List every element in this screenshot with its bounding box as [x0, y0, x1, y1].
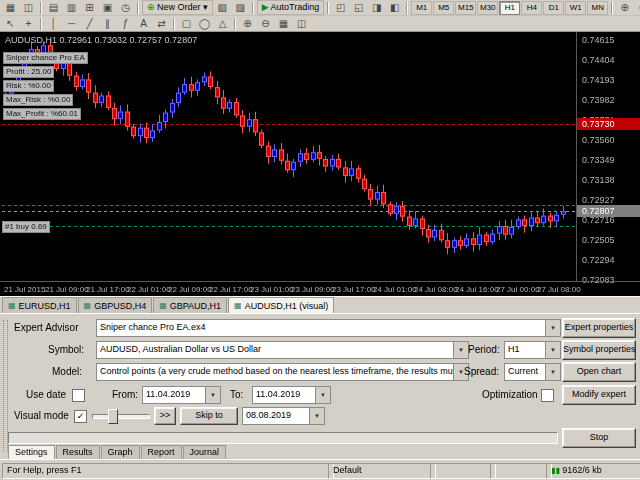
cursor-icon[interactable]: ↖	[2, 17, 19, 31]
strategy-tester-panel: Expert Advisor Sniper chance Pro EA.ex4 …	[0, 313, 640, 460]
bar-chart-icon[interactable]: ◰	[332, 1, 349, 15]
timeframe-h1-button[interactable]: H1	[499, 1, 520, 15]
timeframe-h4-button[interactable]: H4	[521, 1, 542, 15]
symbol-properties-button[interactable]: Symbol properties	[562, 340, 636, 360]
chart-tab-gbpusd[interactable]: ▦ GBPUSD,H4	[78, 297, 153, 313]
tab-results[interactable]: Results	[56, 445, 100, 460]
timeframe-m1-button[interactable]: M1	[411, 1, 432, 15]
chevron-down-icon[interactable]: ▼	[315, 387, 330, 403]
trade-order-label: #1 buy 0.69	[2, 221, 50, 233]
to-date-select[interactable]: 11.04.2019 ▼	[252, 386, 331, 404]
timeframe-w1-button[interactable]: W1	[565, 1, 586, 15]
from-date-select[interactable]: 11.04.2019 ▼	[142, 386, 221, 404]
terminal-icon[interactable]: ▣	[99, 1, 116, 15]
chevron-down-icon[interactable]: ▼	[205, 387, 220, 403]
indicators-icon[interactable]: ▧	[214, 1, 231, 15]
toolbar-separator	[40, 2, 42, 14]
zoom-in-icon[interactable]: ⊕	[239, 17, 256, 31]
chevron-down-icon[interactable]: ▼	[545, 320, 560, 336]
zoom-out-icon[interactable]: ⊖	[257, 17, 274, 31]
chevron-down-icon[interactable]: ▼	[453, 342, 468, 358]
stop-button[interactable]: Stop	[562, 428, 636, 448]
visual-speed-slider-thumb[interactable]	[108, 409, 118, 424]
period-label: Period:	[468, 341, 500, 358]
triangle-icon[interactable]: △	[214, 17, 231, 31]
chart-shift-icon[interactable]: ◧	[386, 1, 403, 15]
timeframe-m30-button[interactable]: M30	[477, 1, 498, 15]
modify-expert-button[interactable]: Modify expert	[562, 385, 636, 405]
chart-tab-label: AUDUSD,H1 (visual)	[245, 299, 329, 313]
period-value: H1	[508, 344, 520, 354]
use-date-checkbox[interactable]	[72, 389, 85, 402]
strategy-tester-icon[interactable]: ◷	[117, 1, 134, 15]
text-label-icon[interactable]: A	[135, 17, 152, 31]
chart-tab-bar: ▦ EURUSD,H1 ▦ GBPUSD,H4 ▦ GBPAUD,H1 ▦ AU…	[0, 296, 640, 313]
arrows-icon[interactable]: ⇄	[153, 17, 170, 31]
horizontal-line-icon[interactable]: ─	[63, 17, 80, 31]
open-chart-button[interactable]: Open chart	[562, 362, 636, 382]
crosshair-icon[interactable]: +	[20, 17, 37, 31]
chart-area[interactable]: AUDUSD,H1 0.72961 0.73032 0.72757 0.7280…	[0, 32, 640, 296]
tab-report[interactable]: Report	[141, 445, 182, 460]
candle-chart-icon[interactable]: ◱	[350, 1, 367, 15]
zoom-out-icon[interactable]: ⊖	[634, 1, 640, 15]
objects-icon[interactable]: ▨	[232, 1, 249, 15]
zoom-in-icon[interactable]: ⊕	[616, 1, 633, 15]
market-watch-icon[interactable]: ▤	[45, 1, 62, 15]
status-profile[interactable]: Default	[328, 463, 436, 479]
chevron-down-icon[interactable]: ▼	[545, 364, 560, 380]
price-chart-canvas[interactable]	[0, 32, 640, 296]
timeframe-d1-button[interactable]: D1	[543, 1, 564, 15]
navigator-icon[interactable]: ⊞	[81, 1, 98, 15]
tab-journal[interactable]: Journal	[183, 445, 227, 460]
fast-forward-button[interactable]: >>	[154, 407, 176, 425]
spread-select[interactable]: Current ▼	[504, 363, 561, 381]
chart-tab-label: EURUSD,H1	[19, 299, 71, 313]
chevron-down-icon[interactable]: ▼	[545, 342, 560, 358]
timeframe-m15-button[interactable]: M15	[455, 1, 476, 15]
autotrading-button[interactable]: ▶ AutoTrading	[257, 0, 325, 15]
plus-icon: ⊕	[147, 2, 155, 12]
expert-properties-button[interactable]: Expert properties	[562, 318, 636, 338]
chart-tab-eurusd[interactable]: ▦ EURUSD,H1	[2, 297, 77, 313]
chart-tab-audusd-visual[interactable]: ▦ AUDUSD,H1 (visual)	[228, 297, 334, 313]
status-connection[interactable]: ▮▮ 9162/6 kb	[546, 463, 640, 479]
period-select[interactable]: H1 ▼	[504, 341, 561, 359]
skip-to-button[interactable]: Skip to	[180, 407, 238, 425]
symbol-select[interactable]: AUDUSD, Australian Dollar vs US Dollar ▼	[96, 341, 469, 359]
model-select[interactable]: Control points (a very crude method base…	[96, 363, 469, 381]
tab-graph[interactable]: Graph	[101, 445, 140, 460]
skip-to-date-select[interactable]: 08.08.2019 ▼	[242, 407, 325, 425]
cascade-windows-icon[interactable]: ◫	[293, 17, 310, 31]
toolbar-separator	[406, 2, 408, 14]
timeframe-m5-button[interactable]: M5	[433, 1, 454, 15]
toolbar-separator	[173, 18, 175, 30]
tab-settings[interactable]: Settings	[8, 445, 55, 460]
toolbar-separator	[137, 2, 139, 14]
data-window-icon[interactable]: ▥	[63, 1, 80, 15]
ellipse-icon[interactable]: ◯	[196, 17, 213, 31]
timeframe-mn-button[interactable]: MN	[587, 1, 608, 15]
tile-windows-icon[interactable]: ▦	[275, 17, 292, 31]
new-order-button[interactable]: ⊕ New Order ▾	[142, 0, 213, 15]
new-chart-icon[interactable]: ▦	[2, 1, 19, 15]
visual-mode-checkbox[interactable]: ✓	[74, 410, 87, 423]
toolbar-standard: ▦ ◫ ▤ ▥ ⊞ ▣ ◷ ⊕ New Order ▾ ▧ ▨ ▶ AutoTr…	[0, 0, 640, 16]
line-chart-icon[interactable]: ◨	[368, 1, 385, 15]
profiles-icon[interactable]: ◫	[20, 1, 37, 15]
chevron-down-icon[interactable]: ▼	[309, 408, 324, 424]
test-progress-bar	[8, 432, 558, 444]
chart-tab-icon: ▦	[84, 299, 92, 313]
rectangle-icon[interactable]: ▢	[178, 17, 195, 31]
visual-speed-slider[interactable]	[92, 414, 150, 419]
chart-tab-gbpaud[interactable]: ▦ GBPAUD,H1	[153, 297, 227, 313]
fibonacci-icon[interactable]: ƒ	[117, 17, 134, 31]
vertical-line-icon[interactable]: │	[45, 17, 62, 31]
trendline-icon[interactable]: ╱	[81, 17, 98, 31]
toolbar-line-studies: ↖ + │ ─ ╱ ∥ ƒ A ⇄ ▢ ◯ △ ⊕ ⊖ ▦ ◫	[0, 16, 640, 32]
toolbar-separator	[611, 2, 613, 14]
expert-advisor-select[interactable]: Sniper chance Pro EA.ex4 ▼	[96, 319, 561, 337]
channel-icon[interactable]: ∥	[99, 17, 116, 31]
model-value: Control points (a very crude method base…	[100, 366, 469, 376]
optimization-checkbox[interactable]	[541, 389, 554, 402]
